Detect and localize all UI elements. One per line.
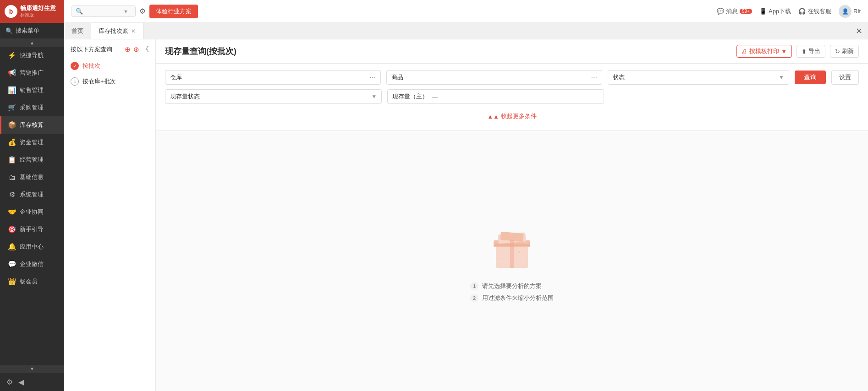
user-name: Rit <box>853 8 861 15</box>
sidebar-item-label: 企业协同 <box>20 208 44 216</box>
new-guide-icon: 🎯 <box>8 225 16 234</box>
main-area: 🔍 ▼ ⚙ 体验行业方案 💬 消息 99+ 📱 App下载 🎧 在线客服 <box>64 0 868 391</box>
print-icon: 🖨 <box>742 48 747 55</box>
filter-settings-icon[interactable]: ⊛ <box>133 45 139 54</box>
sidebar-item-sales[interactable]: 📊 销售管理 <box>0 81 64 99</box>
sidebar-item-quick-nav[interactable]: ⚡ 快捷导航 <box>0 47 64 64</box>
sidebar-item-enterprise[interactable]: 🤝 企业协同 <box>0 203 64 221</box>
filter-item-by-batch[interactable]: ✓ 按批次 <box>64 58 155 74</box>
collapse-label: 收起更多条件 <box>501 112 537 120</box>
filter-panel-header: 按以下方案查询 ⊕ ⊛ 《 <box>64 45 155 58</box>
sidebar-item-label: 快捷导航 <box>20 51 44 60</box>
sidebar-item-purchase[interactable]: 🛒 采购管理 <box>0 99 64 116</box>
query-row-2: 现存量状态 ▼ 现存量（主） — <box>165 89 859 104</box>
status-arrow-icon[interactable]: ▼ <box>779 74 784 81</box>
tab-inventory-batch[interactable]: 库存批次账 ✕ <box>91 23 143 39</box>
refresh-btn[interactable]: ↻ 刷新 <box>830 45 859 58</box>
avatar: 👤 <box>839 5 852 18</box>
sidebar-scroll-up[interactable]: ▲ <box>0 39 64 47</box>
sidebar-scroll-down[interactable]: ▼ <box>0 365 64 373</box>
experience-btn[interactable]: 体验行业方案 <box>149 5 198 18</box>
sales-icon: 📊 <box>8 86 16 94</box>
inventory-status-field[interactable]: 现存量状态 ▼ <box>165 89 382 104</box>
empty-box-svg <box>484 220 539 275</box>
empty-illustration <box>484 220 539 275</box>
page-header-actions: 🖨 按模板打印 ▼ ⬆ 导出 ↻ 刷新 <box>736 45 859 58</box>
topbar-chevron-icon[interactable]: ▼ <box>123 9 128 14</box>
inventory-qty-label: 现存量（主） <box>392 92 428 101</box>
user-profile[interactable]: 👤 Rit <box>839 5 861 18</box>
page-title: 现存量查询(按批次) <box>165 46 236 57</box>
online-service-label: 在线客服 <box>808 7 831 16</box>
filter-panel-actions: ⊕ ⊛ 《 <box>125 45 149 54</box>
sidebar-item-base-info[interactable]: 🗂 基础信息 <box>0 168 64 186</box>
sidebar-search[interactable]: 🔍 搜索菜单 <box>0 23 64 39</box>
tab-home[interactable]: 首页 <box>64 23 91 39</box>
template-print-btn[interactable]: 🖨 按模板打印 ▼ <box>736 45 792 58</box>
close-panel-btn[interactable]: ✕ <box>850 26 868 36</box>
sidebar-item-label: 基础信息 <box>20 173 44 181</box>
wechat-icon: 💬 <box>8 260 16 268</box>
tabbar: 首页 库存批次账 ✕ ✕ <box>64 23 868 39</box>
product-field[interactable]: 商品 ··· <box>386 70 602 85</box>
topbar: 🔍 ▼ ⚙ 体验行业方案 💬 消息 99+ 📱 App下载 🎧 在线客服 <box>64 0 868 23</box>
sidebar-item-label: 资金管理 <box>20 138 44 147</box>
app-title: 畅康通好生意 <box>20 5 56 12</box>
sidebar-item-member[interactable]: 👑 畅会员 <box>0 273 64 290</box>
filter-warehouse-batch-label: 按仓库+批次 <box>82 77 116 86</box>
filter-panel-title: 按以下方案查询 <box>71 45 112 54</box>
tab-close-icon[interactable]: ✕ <box>131 28 136 34</box>
avatar-icon: 👤 <box>842 8 849 15</box>
app-download-btn[interactable]: 📱 App下载 <box>759 7 791 16</box>
step-2-text: 用过滤条件来缩小分析范围 <box>482 294 554 302</box>
messages-btn[interactable]: 💬 消息 99+ <box>717 7 752 16</box>
filter-collapse-icon[interactable]: 《 <box>142 45 149 54</box>
app-center-icon: 🔔 <box>8 243 16 251</box>
inventory-qty-field[interactable]: 现存量（主） — <box>387 89 604 104</box>
sidebar-item-system[interactable]: ⚙ 系统管理 <box>0 186 64 203</box>
settings-btn[interactable]: 设置 <box>831 70 859 85</box>
sidebar: b 畅康通好生意 标准版 🔍 搜索菜单 ▲ ⚡ 快捷导航 📢 营销推广 📊 销售… <box>0 0 64 391</box>
collapse-more-conditions[interactable]: ▲▲ 收起更多条件 <box>165 109 859 124</box>
warehouse-dots-icon[interactable]: ··· <box>370 73 376 81</box>
sidebar-search-label: 搜索菜单 <box>16 27 39 35</box>
inventory-status-arrow-icon[interactable]: ▼ <box>371 93 377 100</box>
sidebar-item-operations[interactable]: 📋 经营管理 <box>0 151 64 168</box>
filter-item-by-warehouse-batch[interactable]: ○ 按仓库+批次 <box>64 74 155 89</box>
sidebar-item-wechat[interactable]: 💬 企业微信 <box>0 255 64 273</box>
query-form: 仓库 ··· 商品 ··· 状态 ▼ <box>156 64 868 131</box>
sidebar-item-app-center[interactable]: 🔔 应用中心 <box>0 238 64 255</box>
sidebar-item-inventory[interactable]: 📦 库存核算 <box>0 116 64 134</box>
product-dots-icon[interactable]: ··· <box>591 73 597 81</box>
topbar-search-box[interactable]: 🔍 ▼ <box>71 5 136 17</box>
content: 按以下方案查询 ⊕ ⊛ 《 ✓ 按批次 ○ 按仓库+批次 现存量查询(按批次) <box>64 39 868 391</box>
app-logo: b <box>5 5 17 18</box>
online-service-icon: 🎧 <box>798 8 806 15</box>
export-btn[interactable]: ⬆ 导出 <box>797 45 825 58</box>
toggle-sidebar-icon[interactable]: ◀ <box>18 378 24 386</box>
svg-rect-5 <box>494 244 530 246</box>
topbar-search-input[interactable] <box>85 8 121 15</box>
product-label: 商品 <box>391 73 419 81</box>
status-field[interactable]: 状态 ▼ <box>608 70 789 85</box>
status-label: 状态 <box>613 73 640 81</box>
base-info-icon: 🗂 <box>8 173 16 181</box>
sidebar-item-finance[interactable]: 💰 资金管理 <box>0 134 64 151</box>
app-download-icon: 📱 <box>759 8 767 15</box>
inventory-qty-dash: — <box>432 93 438 100</box>
export-icon: ⬆ <box>802 48 807 55</box>
sidebar-nav: ⚡ 快捷导航 📢 营销推广 📊 销售管理 🛒 采购管理 📦 库存核算 💰 资金管… <box>0 47 64 365</box>
query-btn[interactable]: 查询 <box>795 71 826 84</box>
add-filter-icon[interactable]: ⊕ <box>125 45 131 54</box>
online-service-btn[interactable]: 🎧 在线客服 <box>798 7 831 16</box>
sidebar-item-new-guide[interactable]: 🎯 新手引导 <box>0 221 64 238</box>
warehouse-field[interactable]: 仓库 ··· <box>165 70 381 85</box>
print-chevron-icon[interactable]: ▼ <box>781 48 787 55</box>
sidebar-item-marketing[interactable]: 📢 营销推广 <box>0 64 64 81</box>
sidebar-item-label: 销售管理 <box>20 86 44 94</box>
topbar-search-icon: 🔍 <box>76 8 83 15</box>
topbar-gear-icon[interactable]: ⚙ <box>139 7 146 16</box>
sidebar-item-label: 企业微信 <box>20 260 44 268</box>
empty-state: 1 请先选择要分析的方案 2 用过滤条件来缩小分析范围 <box>156 131 868 391</box>
settings-footer-icon[interactable]: ⚙ <box>6 378 13 386</box>
